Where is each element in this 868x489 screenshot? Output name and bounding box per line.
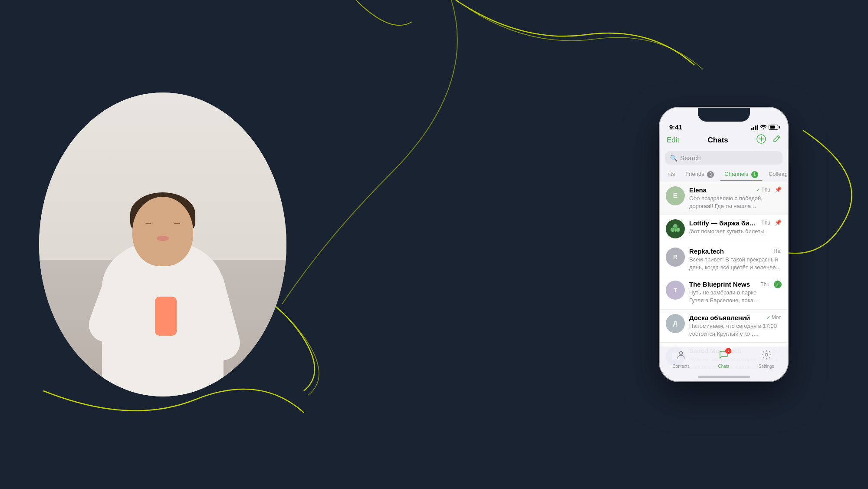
chats-tab-label: Chats [718, 364, 729, 369]
chat-item-elena[interactable]: E Elena ✓ Thu Ооо поздравляю с победой, … [660, 182, 788, 215]
compose-button[interactable] [772, 135, 781, 145]
filter-tab-channels-label: Channels [724, 171, 748, 177]
avatar-blueprint: T [666, 281, 685, 300]
chat-content-blueprint: The Blueprint News Thu Чуть не замёрзли … [689, 281, 769, 304]
svg-rect-8 [675, 229, 676, 232]
held-phone [155, 297, 177, 336]
friends-badge: 3 [707, 171, 714, 178]
phone-screen: 9:41 Edit Cha [660, 108, 788, 381]
chat-item-lottify[interactable]: Lottify — биржа билетов Thu /бот помогае… [660, 215, 788, 243]
search-placeholder: Search [680, 154, 701, 162]
settings-icon [761, 350, 772, 363]
battery-icon [769, 125, 778, 130]
tab-chats[interactable]: 7 Chats [708, 350, 739, 369]
filter-tab-colleagues[interactable]: Colleagues [764, 168, 788, 181]
chat-preview-blueprint: Чуть не замёрзли в парке Гуэля в Барсело… [689, 289, 769, 304]
chat-preview-elena: Ооо поздравляю с победой, дорогая!! Где … [689, 195, 770, 210]
phone-container: 9:41 Edit Cha [660, 108, 788, 381]
chat-content-doska: Доска объявлений ✓ Mon Напоминаем, что с… [689, 314, 782, 338]
avatar-repka: R [666, 248, 685, 267]
chat-content-repka: Repka.tech Thu Всем привет! В такой прек… [689, 248, 782, 271]
new-group-button[interactable] [756, 134, 766, 146]
tab-contacts[interactable]: Contacts [666, 350, 696, 369]
pin-icon-elena: 📌 [775, 186, 782, 193]
chat-name-lottify: Lottify — биржа билетов [689, 219, 759, 227]
time-elena: Thu [761, 187, 770, 193]
time-lottify: Thu [761, 220, 770, 226]
chat-content-lottify: Lottify — биржа билетов Thu /бот помогае… [689, 219, 770, 235]
chat-header-lottify: Lottify — биржа билетов Thu [689, 219, 770, 227]
chat-right-lottify: 📌 [775, 219, 782, 226]
chats-title: Chats [708, 136, 728, 145]
filter-tab-all[interactable]: nts [663, 168, 679, 181]
app-header: Edit Chats [660, 132, 788, 149]
head [132, 197, 193, 266]
svg-point-10 [765, 354, 768, 356]
chat-header-blueprint: The Blueprint News Thu [689, 281, 769, 288]
filter-tab-channels[interactable]: Channels 1 [720, 168, 763, 181]
avatar-doska: Д [666, 314, 685, 333]
chat-time-lottify: Thu [761, 220, 770, 226]
phone-notch [698, 108, 750, 122]
person-section [39, 93, 286, 396]
chat-time-doska: ✓ Mon [766, 314, 782, 320]
chat-name-doska: Доска объявлений [689, 314, 750, 321]
chat-name-blueprint: The Blueprint News [689, 281, 750, 288]
pin-icon-lottify: 📌 [775, 219, 782, 226]
avatar-lottify [666, 219, 685, 238]
time-blueprint: Thu [760, 281, 769, 287]
unread-badge-blueprint: 1 [774, 281, 782, 288]
status-icons [751, 125, 779, 130]
chat-header-elena: Elena ✓ Thu [689, 186, 770, 194]
chat-preview-doska: Напоминаем, что сегодня в 17:00 состоитс… [689, 322, 782, 338]
chat-time-repka: Thu [773, 248, 782, 254]
channels-badge: 1 [751, 171, 758, 178]
chat-preview-repka: Всем привет! В такой прекрасный день, ко… [689, 256, 782, 271]
person-figure [89, 179, 237, 396]
signal-icon [751, 125, 759, 130]
tab-settings[interactable]: Settings [751, 350, 782, 369]
contacts-icon [676, 350, 686, 363]
svg-point-9 [679, 351, 683, 355]
avatar-elena: E [666, 186, 685, 205]
search-icon: 🔍 [670, 155, 677, 162]
chats-notification: 7 [725, 348, 731, 354]
chat-content-elena: Elena ✓ Thu Ооо поздравляю с победой, до… [689, 186, 770, 210]
portrait-oval [39, 93, 286, 396]
status-time: 9:41 [669, 123, 682, 131]
time-repka: Thu [773, 248, 782, 254]
filter-tab-friends-label: Friends [685, 171, 704, 177]
wifi-icon [760, 125, 766, 129]
settings-label: Settings [759, 364, 774, 369]
search-bar[interactable]: 🔍 Search [665, 151, 783, 165]
chat-item-doska[interactable]: Д Доска объявлений ✓ Mon Напоминаем, что… [660, 310, 788, 343]
time-doska: Mon [772, 314, 782, 320]
read-check-doska: ✓ [766, 315, 770, 320]
edit-button[interactable]: Edit [667, 136, 679, 145]
read-check-elena: ✓ [756, 187, 760, 193]
chats-icon: 7 [718, 350, 729, 363]
chat-name-repka: Repka.tech [689, 248, 724, 255]
chat-right-blueprint: 1 [774, 281, 782, 288]
phone-frame: 9:41 Edit Cha [660, 108, 788, 381]
chat-name-elena: Elena [689, 186, 707, 194]
filter-tab-colleagues-label: Colleagues [769, 171, 788, 177]
chat-time-elena: ✓ Thu [756, 187, 770, 193]
filter-tabs: nts Friends 3 Channels 1 Colleagues Dog [660, 168, 788, 181]
chat-header-doska: Доска объявлений ✓ Mon [689, 314, 782, 321]
chat-item-blueprint[interactable]: T The Blueprint News Thu Чуть не замёрзл… [660, 276, 788, 309]
person-background [39, 93, 286, 396]
chat-preview-lottify: /бот помогает купить билеты [689, 228, 770, 235]
chat-header-repka: Repka.tech Thu [689, 248, 782, 255]
contacts-label: Contacts [672, 364, 689, 369]
chat-right-elena: 📌 [775, 186, 782, 193]
home-indicator [698, 376, 750, 378]
filter-tab-friends[interactable]: Friends 3 [681, 168, 718, 181]
chat-item-repka[interactable]: R Repka.tech Thu Всем привет! В такой пр… [660, 243, 788, 276]
header-actions [756, 134, 781, 146]
filter-tab-all-label: nts [667, 171, 675, 177]
chat-time-blueprint: Thu [760, 281, 769, 287]
